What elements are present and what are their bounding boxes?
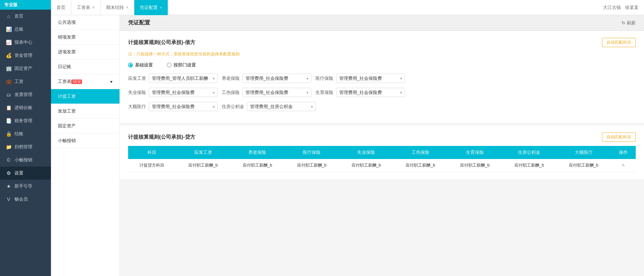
user-name: 徐某某: [625, 4, 638, 11]
sidebar-nav: ⌂首页📊总账📈报表中心💰资金管理🏢固定资产💼工资🗂发票管理📋进销台账📑税务管理🔒…: [0, 10, 51, 206]
left-panel-item-journal[interactable]: 日记账: [51, 60, 120, 74]
credit-auto-match-button[interactable]: 自动匹配科目: [602, 132, 636, 142]
left-panel-item-pay-wages[interactable]: 发放工资: [51, 104, 120, 119]
right-content: 凭证配置 ↻ 刷新 计提核算规则(公司承担)-借方 自动匹配科目 注：只能选择一…: [120, 15, 644, 276]
sidebar-item-payroll[interactable]: 💼工资: [0, 75, 51, 88]
debit-auto-match-button[interactable]: 自动匹配科目: [602, 38, 636, 47]
left-panel-item-public-options[interactable]: 公共选项: [51, 15, 120, 30]
credit-col-工伤保险: 工伤保险: [393, 146, 448, 159]
field-shengyu: 生育保险 管理费用_社会保险费: [315, 88, 405, 97]
credit-section: 计提核算规则(公司承担)-贷方 自动匹配科目 科目应发工资养老保险医疗保险失业保…: [120, 126, 644, 182]
expand-icon-payroll-table: ▾: [110, 79, 113, 84]
tabs-container: 首页工资表×期末结转×凭证配置×: [51, 0, 168, 15]
tab-close-period-close[interactable]: ×: [126, 5, 128, 10]
tab-period-close[interactable]: 期末结转×: [101, 0, 134, 15]
credit-col-医疗保险: 医疗保险: [284, 146, 339, 159]
tab-close-voucher-config[interactable]: ×: [160, 5, 162, 10]
data-cell: 应付职工薪酬_b: [448, 159, 502, 172]
select-shengyu[interactable]: 管理费用_社会保险费: [336, 88, 405, 97]
sidebar-item-capital[interactable]: 💰资金管理: [0, 49, 51, 62]
credit-table-wrapper: 科目应发工资养老保险医疗保险失业保险工伤保险生育保险住房公积金大额医疗操作 计提…: [128, 146, 636, 172]
left-panel-item-payroll-table[interactable]: 工资表NEW▾: [51, 74, 120, 89]
sidebar-label-invoice: 发票管理: [14, 92, 32, 98]
radio-basic[interactable]: 基础设置: [128, 62, 153, 68]
sidebar-icon-invoice: 🗂: [6, 92, 12, 97]
tab-bar: 首页工资表×期末结转×凭证配置× 大江古镇 徐某某: [51, 0, 644, 15]
left-panel-item-purchase-invoice[interactable]: 进项发票: [51, 45, 120, 60]
credit-col-养老保险: 养老保险: [230, 146, 285, 159]
left-panel-item-sales-invoice[interactable]: 销项发票: [51, 30, 120, 45]
credit-col-科目: 科目: [128, 146, 176, 159]
left-panel-item-jiti-wages[interactable]: 计提工资: [51, 89, 120, 104]
select-wrapper-gongjijin: 管理费用_住房公积金: [247, 102, 316, 111]
tab-label-home: 首页: [56, 4, 65, 11]
select-gongjijin[interactable]: 管理费用_住房公积金: [247, 102, 316, 111]
radio-department[interactable]: 按部门设置: [167, 62, 196, 68]
refresh-button[interactable]: ↻ 刷新: [622, 20, 636, 26]
sidebar-icon-reports: 📈: [6, 40, 12, 45]
select-yiliao[interactable]: 管理费用_社会保险费: [336, 74, 405, 83]
label-shiye: 失业保险: [128, 89, 146, 96]
action-cell[interactable]: ✎: [611, 159, 636, 172]
tab-voucher-config[interactable]: 凭证配置×: [134, 0, 168, 15]
sidebar-header: 专业版: [0, 0, 51, 10]
sidebar-item-sales-ledger[interactable]: 📋进销台账: [0, 101, 51, 114]
select-yanglao[interactable]: 管理费用_社会保险费: [242, 74, 311, 83]
sidebar-item-general-ledger[interactable]: 📊总账: [0, 23, 51, 36]
left-panel-label-jiti-wages: 计提工资: [58, 93, 76, 99]
field-yanglao: 养老保险 管理费用_社会保险费: [222, 74, 311, 83]
sidebar-icon-capital: 💰: [6, 53, 12, 58]
sidebar-label-archive: 归档管理: [14, 144, 32, 150]
sidebar-icon-guide: ★: [6, 183, 12, 189]
credit-table-body: 计提贷方科目应付职工薪酬_b应付职工薪酬_b应付职工薪酬_b应付职工薪酬_b应付…: [128, 159, 636, 172]
left-panel-label-fixed-assets: 固定资产: [58, 123, 76, 129]
sidebar-label-capital: 资金管理: [14, 52, 32, 59]
select-gongshang[interactable]: 管理费用_社会保险费: [242, 88, 311, 97]
tab-label-voucher-config: 凭证配置: [140, 4, 158, 11]
sidebar-item-guide[interactable]: ★新手引导: [0, 180, 51, 193]
credit-col-住房公积金: 住房公积金: [502, 146, 557, 159]
left-panel-item-fixed-assets[interactable]: 固定资产: [51, 119, 120, 134]
label-yiliao: 医疗保险: [315, 75, 333, 82]
select-wrapper-gongshang: 管理费用_社会保险费: [242, 88, 311, 97]
credit-section-header: 计提核算规则(公司承担)-贷方 自动匹配科目: [128, 132, 636, 142]
sidebar-item-home[interactable]: ⌂首页: [0, 10, 51, 23]
debit-note: 注：只能选择一种方式，系统将按照您当前的选择来配置规则: [128, 51, 636, 57]
sidebar-icon-archive: 📁: [6, 144, 12, 150]
sidebar-item-archive[interactable]: 📁归档管理: [0, 140, 51, 153]
sidebar-item-invoice[interactable]: 🗂发票管理: [0, 88, 51, 101]
debit-form-row-2: 失业保险 管理费用_社会保险费 工伤保险 管理费用_社会保险费: [128, 88, 636, 97]
left-panel-nav: 公共选项销项发票进项发票日记账工资表NEW▾计提工资发放工资固定资产小畅报销: [51, 15, 120, 148]
sidebar-item-reports[interactable]: 📈报表中心: [0, 36, 51, 49]
sidebar-label-vip: 畅会员: [14, 196, 28, 202]
data-cell: 应付职工薪酬_b: [393, 159, 448, 172]
data-cell: 计提贷方科目: [128, 159, 176, 172]
tab-close-payroll-table[interactable]: ×: [92, 5, 95, 10]
sidebar-label-settings: 设置: [14, 170, 23, 176]
sidebar-item-xiaochang-expense[interactable]: ©小畅报销: [0, 153, 51, 167]
page-content: 公共选项销项发票进项发票日记账工资表NEW▾计提工资发放工资固定资产小畅报销 凭…: [51, 15, 644, 276]
select-yingfa[interactable]: 管理费用_管理人员职工薪酬: [149, 74, 218, 83]
field-yingfa-gongzi: 应发工资 管理费用_管理人员职工薪酬: [128, 74, 218, 83]
label-gongjijin: 住房公积金: [222, 104, 244, 110]
sidebar-icon-tax: 📑: [6, 118, 12, 124]
badge-payroll-table: NEW: [71, 79, 82, 84]
refresh-icon: ↻: [622, 20, 625, 25]
sidebar-item-vip[interactable]: V畅会员: [0, 193, 51, 206]
sidebar-icon-closing: 🔒: [6, 131, 12, 137]
sidebar-item-settings[interactable]: ⚙设置: [0, 167, 51, 180]
field-gongshang: 工伤保险 管理费用_社会保险费: [222, 88, 311, 97]
sidebar-item-tax[interactable]: 📑税务管理: [0, 114, 51, 127]
sidebar-item-fixed-assets[interactable]: 🏢固定资产: [0, 62, 51, 75]
credit-col-操作: 操作: [611, 146, 636, 159]
tab-payroll-table[interactable]: 工资表×: [71, 0, 101, 15]
left-panel-item-xiaochang-expense[interactable]: 小畅报销: [51, 134, 120, 148]
sidebar-label-reports: 报表中心: [14, 39, 32, 45]
debit-section-title: 计提核算规则(公司承担)-借方: [128, 39, 195, 46]
select-daeyiliao[interactable]: 管理费用_社会保险费: [149, 102, 218, 111]
select-wrapper-daeyiliao: 管理费用_社会保险费: [149, 102, 218, 111]
sidebar-item-closing[interactable]: 🔒结账: [0, 127, 51, 140]
tab-home[interactable]: 首页: [51, 0, 71, 15]
select-shiye[interactable]: 管理费用_社会保险费: [149, 88, 218, 97]
label-shengyu: 生育保险: [315, 89, 333, 96]
